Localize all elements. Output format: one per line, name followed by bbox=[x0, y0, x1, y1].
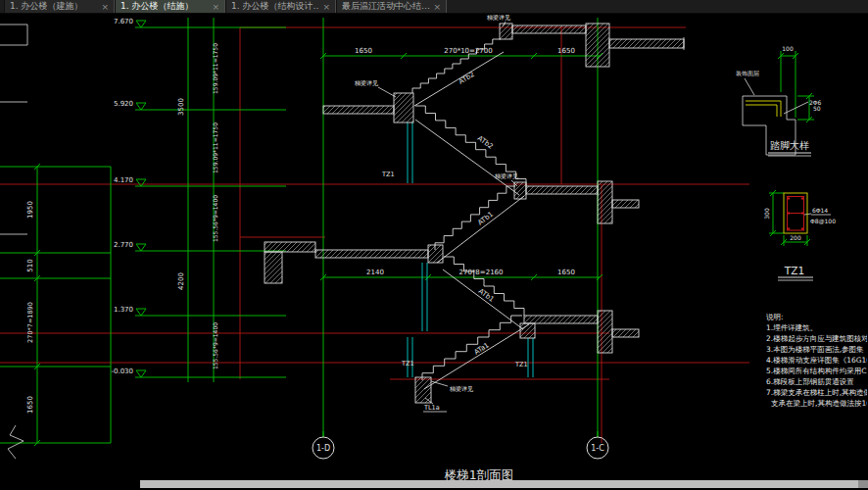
scrollbar-corner bbox=[858, 480, 868, 488]
note-line: 3.本图为楼梯平面画法,参图集《16G bbox=[766, 344, 867, 355]
dim-top-1650-r: 1650 bbox=[557, 47, 575, 55]
beam-leader-top: 梯梁详见 bbox=[486, 14, 510, 21]
flight-label-ata1: ATa1 bbox=[473, 341, 491, 356]
dim-riser-u2: 159.09*11=1750 bbox=[212, 122, 218, 173]
step-rebar-label: 2Φ6 bbox=[809, 99, 822, 106]
elevation-7670: 7.670 bbox=[114, 18, 133, 25]
floor-slab-7670 bbox=[512, 25, 586, 33]
landing-left-slab-2770 bbox=[265, 242, 315, 252]
elevation-5920: 5.920 bbox=[114, 100, 133, 108]
application-window: 1. 办公楼（建施） × 1. 办公楼（结施） × 1. 办公楼（结构设计… ×… bbox=[0, 0, 868, 490]
landing-slab-1370 bbox=[524, 316, 598, 323]
tab-label: 最后温江活动中心结… bbox=[342, 0, 430, 13]
flight-5-steps bbox=[422, 316, 522, 380]
close-icon[interactable]: × bbox=[322, 2, 330, 12]
green-dimension-lines bbox=[0, 18, 814, 446]
floor-slab-right-7670 bbox=[609, 39, 684, 48]
concrete-sections bbox=[265, 24, 684, 403]
ground-beam-label: TL1a bbox=[423, 404, 440, 412]
close-icon[interactable]: × bbox=[101, 2, 109, 12]
elevation-ground: -0.030 bbox=[111, 368, 133, 375]
column-label-tz1-c: TZ1 bbox=[514, 361, 528, 368]
step-dim-50: 50 bbox=[813, 105, 821, 112]
finish-layer-label: 装饰面层 bbox=[736, 70, 759, 77]
beam-leader-ground: 梯梁详见 bbox=[449, 385, 473, 392]
landing-beam-5920 bbox=[394, 93, 413, 122]
landing-slab-5920 bbox=[323, 106, 394, 114]
tz1-dim-200: 200 bbox=[790, 234, 801, 241]
dim-510: 510 bbox=[26, 259, 34, 271]
column-label-tz1-a: TZ1 bbox=[381, 171, 395, 178]
dim-top-1650-l: 1650 bbox=[355, 47, 372, 55]
note-line: 6.梯段板上部钢筋贯通设置 bbox=[766, 376, 867, 387]
dim-mid-1650: 1650 bbox=[557, 269, 575, 276]
drawing-tab-bar: 1. 办公楼（建施） × 1. 办公楼（结施） × 1. 办公楼（结构设计… ×… bbox=[0, 0, 868, 14]
landing-slab-2770 bbox=[315, 250, 428, 258]
dim-riser-l1: 155.56*9=1400 bbox=[212, 195, 218, 242]
column-label-tz1-b: TZ1 bbox=[401, 360, 414, 368]
close-icon[interactable]: × bbox=[433, 2, 441, 12]
axis-bubbles: 1-D 1-C bbox=[313, 437, 608, 459]
floor-end-beam-7670 bbox=[586, 24, 609, 67]
elevation-1370: 1.370 bbox=[114, 306, 133, 314]
beam-leader-4170: 梯梁详见 bbox=[494, 172, 518, 179]
tab-label: 1. 办公楼（结构设计… bbox=[231, 0, 319, 13]
note-line: 2.楼梯起步方向应与建筑图核对 bbox=[766, 333, 867, 344]
note-line: 5.楼梯间所有结构构件均采用C3 bbox=[766, 366, 867, 376]
dim-top-2700: 270*10=2700 bbox=[444, 47, 492, 55]
tab-drawing-2-active[interactable]: 1. 办公楼（结施） × bbox=[115, 0, 225, 13]
note-line-continuation: 支承在梁上时,其构造做法按16G bbox=[766, 398, 867, 409]
tz1-rebar bbox=[788, 197, 804, 231]
slab-right-1370 bbox=[612, 329, 639, 337]
end-beam-1370 bbox=[598, 311, 612, 353]
dim-mid-2140: 2140 bbox=[366, 269, 384, 276]
note-line: 4.楼梯滑动支座详图集《16G101 bbox=[766, 355, 867, 366]
tab-label: 1. 办公楼（结施） bbox=[121, 0, 193, 13]
axis-bubble-left-label: 1-D bbox=[316, 444, 330, 453]
dim-riser-l2: 155.56*9=1400 bbox=[212, 322, 218, 369]
elevation-2770: 2.770 bbox=[114, 241, 133, 249]
tz1-detail-title: TZ1 bbox=[784, 265, 804, 276]
flight-2-soffit bbox=[415, 120, 519, 195]
horizontal-scrollbar[interactable] bbox=[140, 480, 868, 488]
notes-block: 说明: 1.埋件详建筑。 2.楼梯起步方向应与建筑图核对 3.本图为楼梯平面画法… bbox=[766, 312, 867, 427]
dim-1650-left: 1650 bbox=[26, 396, 34, 414]
tab-drawing-4[interactable]: 最后温江活动中心结… × bbox=[336, 0, 447, 13]
flight-4-steps bbox=[444, 257, 524, 316]
tz1-rebar-main: 6Φ14 bbox=[812, 207, 828, 214]
notes-heading: 说明: bbox=[766, 312, 867, 322]
flight-label-atb2-a: ATb2 bbox=[458, 71, 476, 86]
elevation-4170: 4.170 bbox=[114, 176, 133, 184]
dim-4200: 4200 bbox=[177, 272, 185, 290]
close-icon[interactable]: × bbox=[212, 2, 219, 12]
dim-3500: 3500 bbox=[177, 98, 185, 116]
tz1-dim-300: 300 bbox=[763, 208, 770, 220]
stair-flights bbox=[412, 39, 529, 389]
dim-mid-2160: 270*8=2160 bbox=[459, 269, 504, 276]
step-dim-100: 100 bbox=[782, 45, 794, 52]
tab-drawing-1[interactable]: 1. 办公楼（建施） × bbox=[4, 0, 115, 13]
flight-label-atb1-a: ATb1 bbox=[476, 211, 495, 227]
floor-slab-right-4170 bbox=[612, 200, 639, 208]
tab-drawing-3[interactable]: 1. 办公楼（结构设计… × bbox=[225, 0, 336, 13]
tab-label: 1. 办公楼（建施） bbox=[10, 0, 82, 13]
note-line: 7.梯梁支承在梯柱上时,其构造做法 bbox=[766, 387, 867, 398]
step-detail-title: 踏脚大样 bbox=[770, 140, 809, 151]
dim-270x7: 270*7=1890 bbox=[26, 302, 34, 343]
landing-left-wall-2770 bbox=[265, 252, 282, 283]
flight-3-soffit bbox=[437, 196, 524, 263]
flight-label-atb2-b: ATb2 bbox=[476, 134, 495, 151]
dim-1950: 1950 bbox=[26, 201, 34, 219]
cad-canvas[interactable]: 1-D 1-C 7.670 5.920 4.170 2.770 1.370 -0… bbox=[0, 0, 868, 490]
tz1-rebar-stirrup: Φ8@100 bbox=[810, 218, 836, 225]
flight-3-steps bbox=[435, 186, 515, 250]
floor-end-beam-4170 bbox=[598, 181, 612, 223]
dim-riser-u1: 159.09*11=1750 bbox=[212, 43, 218, 94]
axis-bubble-right-label: 1-C bbox=[591, 444, 604, 453]
floor-slab-4170 bbox=[526, 186, 598, 194]
break-symbol bbox=[8, 425, 24, 459]
ground-beam-TL1a bbox=[415, 377, 431, 403]
stair-section-drawing: 1-D 1-C 7.670 5.920 4.170 2.770 1.370 -0… bbox=[0, 0, 868, 490]
red-reference-lines bbox=[0, 26, 749, 443]
top-flight-beam bbox=[500, 24, 512, 39]
